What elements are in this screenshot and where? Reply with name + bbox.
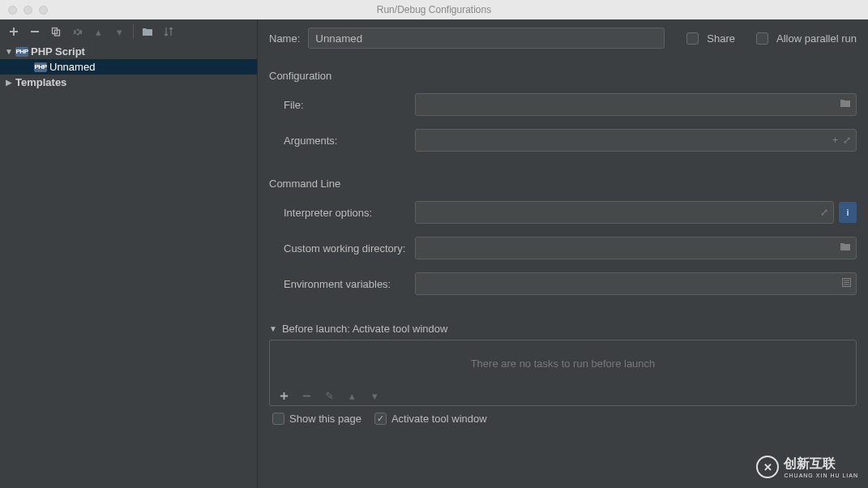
task-down-button[interactable]: ▾	[367, 388, 382, 403]
add-config-button[interactable]	[6, 24, 21, 39]
tree-label: Templates	[15, 76, 66, 88]
sidebar: ▴ ▾ ▼ PHP PHP Script PHP Unnamed ▶ Templ…	[0, 19, 258, 488]
before-launch-toolbar: ✎ ▴ ▾	[270, 386, 856, 405]
tree-label: PHP Script	[31, 45, 85, 58]
interp-options-input[interactable]: ⤢	[415, 201, 834, 224]
tree-item-templates[interactable]: ▶ Templates	[0, 75, 257, 90]
name-label: Name:	[269, 32, 300, 45]
sidebar-toolbar: ▴ ▾	[0, 19, 257, 44]
php-icon: PHP	[15, 47, 28, 57]
activate-label: Activate tool window	[391, 413, 487, 425]
move-down-button[interactable]: ▾	[112, 24, 126, 39]
activate-checkbox[interactable]: ✓	[374, 413, 387, 425]
copy-config-button[interactable]	[49, 24, 63, 39]
env-input[interactable]	[415, 272, 857, 295]
watermark-cn: 创新互联	[784, 456, 858, 473]
name-input[interactable]	[308, 28, 665, 49]
check-icon: ✓	[377, 413, 384, 424]
folder-icon[interactable]	[840, 242, 851, 254]
main-panel: Name: Share Allow parallel run Configura…	[258, 19, 868, 488]
folder-button[interactable]	[140, 24, 155, 39]
task-up-button[interactable]: ▴	[344, 388, 359, 403]
titlebar: Run/Debug Configurations	[0, 0, 868, 19]
section-configuration: Configuration	[269, 70, 857, 82]
arguments-label: Arguments:	[284, 135, 415, 147]
share-label: Share	[707, 32, 735, 45]
info-button[interactable]: i	[839, 202, 857, 223]
arguments-input[interactable]: + ⤢	[415, 129, 857, 152]
tree-item-php-script[interactable]: ▼ PHP PHP Script	[0, 44, 257, 59]
parallel-checkbox[interactable]	[756, 32, 768, 45]
share-checkbox[interactable]	[686, 32, 699, 45]
parallel-label: Allow parallel run	[776, 32, 857, 45]
window-title: Run/Debug Configurations	[0, 4, 868, 15]
watermark: ✕ 创新互联 CHUANG XIN HU LIAN	[756, 456, 858, 478]
edit-defaults-button[interactable]	[70, 24, 84, 39]
tree-item-unnamed[interactable]: PHP Unnamed	[0, 59, 257, 75]
before-launch-box: There are no tasks to run before launch …	[269, 340, 857, 406]
expand-icon[interactable]: ⤢	[820, 207, 828, 218]
interp-label: Interpreter options:	[284, 207, 415, 219]
toolbar-separator	[133, 24, 134, 39]
file-input[interactable]	[415, 93, 857, 116]
chevron-right-icon: ▶	[5, 78, 13, 87]
chevron-down-icon[interactable]: ▼	[269, 324, 277, 333]
remove-config-button[interactable]	[28, 24, 42, 39]
sort-button[interactable]	[161, 24, 176, 39]
expand-icon[interactable]: ⤢	[843, 135, 851, 146]
cwd-input[interactable]	[415, 237, 857, 259]
cwd-label: Custom working directory:	[284, 242, 415, 255]
move-up-button[interactable]: ▴	[91, 24, 105, 39]
edit-task-button[interactable]: ✎	[322, 388, 336, 403]
list-icon[interactable]	[842, 278, 851, 289]
env-label: Environment variables:	[284, 278, 415, 290]
watermark-en: CHUANG XIN HU LIAN	[784, 473, 858, 478]
before-launch-header: Before launch: Activate tool window	[282, 323, 448, 335]
show-page-checkbox[interactable]	[272, 413, 284, 425]
remove-task-button[interactable]	[299, 388, 314, 403]
add-task-button[interactable]	[276, 388, 291, 403]
chevron-down-icon: ▼	[5, 47, 13, 56]
before-launch-empty: There are no tasks to run before launch	[270, 340, 856, 386]
config-tree: ▼ PHP PHP Script PHP Unnamed ▶ Templates	[0, 44, 257, 488]
watermark-logo: ✕	[756, 456, 779, 478]
section-commandline: Command Line	[269, 178, 857, 190]
plus-icon[interactable]: +	[832, 135, 838, 146]
folder-icon[interactable]	[840, 99, 851, 110]
tree-label: Unnamed	[49, 61, 95, 73]
show-page-label: Show this page	[289, 413, 361, 425]
file-label: File:	[284, 99, 415, 111]
php-icon: PHP	[34, 62, 47, 72]
